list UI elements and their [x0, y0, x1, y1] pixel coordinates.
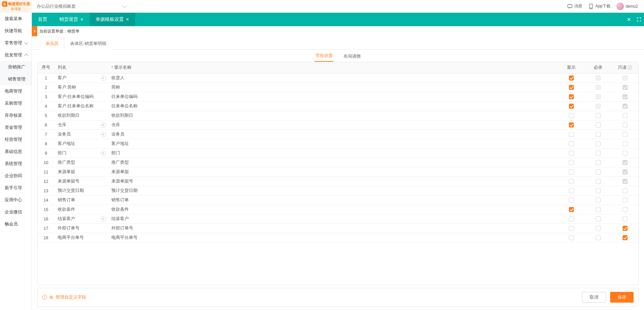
cell-display-name[interactable]: 部门 — [108, 149, 558, 158]
sidebar-item[interactable]: 搜索菜单 — [0, 13, 32, 25]
add-child-button[interactable]: + — [101, 151, 106, 156]
cell-display-name[interactable]: 来源单据号 — [108, 177, 558, 186]
cell-display-name[interactable]: 收款到期日 — [108, 111, 558, 120]
add-child-button[interactable]: + — [101, 132, 106, 137]
tab[interactable]: 单据模板设置✕ — [90, 13, 135, 26]
sidebar-item[interactable]: 资金管理 — [0, 121, 32, 134]
tab[interactable]: 销货退货✕ — [53, 13, 90, 26]
sidebar-item[interactable]: 畅会员 — [0, 218, 32, 230]
sidebar-item[interactable]: 企业微信 — [0, 206, 32, 218]
checkbox-show[interactable] — [569, 151, 574, 156]
cell-display-name[interactable]: 往来单位编码 — [108, 92, 558, 101]
sidebar-item[interactable]: 销售管理 — [0, 73, 32, 85]
checkbox-readonly[interactable] — [623, 141, 628, 146]
cell-display-name[interactable]: 收款条件 — [108, 205, 558, 214]
checkbox-show[interactable] — [569, 132, 574, 137]
checkbox-show[interactable] — [569, 188, 574, 193]
fullscreen-button[interactable] — [634, 17, 644, 22]
checkbox-readonly[interactable] — [623, 122, 628, 127]
cell-display-name[interactable]: 外部订单号 — [108, 224, 558, 233]
sidebar-item[interactable]: 应用中心 — [0, 194, 32, 206]
sidebar-item[interactable]: 经营管理 — [0, 134, 32, 146]
checkbox-show[interactable] — [569, 207, 574, 212]
sidebar-item[interactable]: 批发管理 — [0, 49, 32, 61]
checkbox-show[interactable] — [569, 75, 574, 81]
checkbox-show[interactable] — [569, 169, 574, 174]
checkbox-readonly[interactable] — [623, 226, 628, 231]
checkbox-show[interactable] — [569, 85, 574, 90]
checkbox-required[interactable] — [596, 141, 601, 146]
checkbox-readonly[interactable] — [623, 207, 628, 212]
checkbox-show[interactable] — [569, 235, 574, 240]
checkbox-show[interactable] — [569, 122, 574, 127]
checkbox-required[interactable] — [596, 151, 601, 156]
checkbox-readonly[interactable] — [623, 188, 628, 193]
sidebar-item[interactable]: 零售管理 — [0, 37, 32, 49]
config-tab[interactable]: 布局调整 — [343, 51, 362, 62]
sidebar-item[interactable]: 快捷导航 — [0, 25, 32, 37]
checkbox-readonly[interactable] — [623, 235, 628, 240]
sidebar-item[interactable]: 采购管理 — [0, 97, 32, 109]
sidebar-item[interactable]: 新手引导 — [0, 182, 32, 194]
cell-display-name[interactable]: 结算客户 — [108, 214, 558, 223]
expand-drawer-button[interactable] — [32, 26, 37, 36]
checkbox-required[interactable] — [596, 198, 601, 203]
tab[interactable]: 首页 — [32, 13, 53, 26]
checkbox-show[interactable] — [569, 160, 574, 165]
table-body[interactable]: 1客户+收货人2客户.简称简称3客户.往来单位编码往来单位编码4客户.往来单位名… — [38, 73, 638, 285]
help-icon[interactable]: ? — [628, 65, 632, 70]
sidebar-item[interactable]: 基础信息 — [0, 146, 32, 158]
checkbox-readonly[interactable] — [623, 132, 628, 137]
checkbox-required[interactable] — [596, 216, 601, 221]
checkbox-show[interactable] — [569, 226, 574, 231]
checkbox-show[interactable] — [569, 216, 574, 221]
close-all-tabs-button[interactable] — [624, 17, 634, 22]
cancel-button[interactable]: 取消 — [582, 292, 606, 303]
checkbox-required[interactable] — [596, 235, 601, 240]
cell-display-name[interactable]: 往来单位名称 — [108, 102, 558, 111]
sidebar-item[interactable]: 企业协同 — [0, 170, 32, 182]
add-child-button[interactable]: + — [101, 75, 106, 81]
cell-display-name[interactable]: 简称 — [108, 83, 558, 92]
app-download-button[interactable]: App下载 — [588, 3, 610, 9]
checkbox-required[interactable] — [596, 169, 601, 174]
checkbox-show[interactable] — [569, 141, 574, 146]
cell-display-name[interactable]: 来源单据 — [108, 167, 558, 176]
cell-display-name[interactable]: 推广类型 — [108, 158, 558, 167]
sidebar-item[interactable]: 营销推广 — [0, 61, 32, 73]
cell-display-name[interactable]: 销售订单 — [108, 196, 558, 205]
manage-custom-fields-link[interactable]: 管理自定义字段 — [56, 294, 86, 300]
add-child-button[interactable]: + — [101, 216, 106, 222]
checkbox-show[interactable] — [569, 104, 574, 109]
sidebar-item[interactable]: 库存核算 — [0, 109, 32, 121]
checkbox-show[interactable] — [569, 94, 574, 99]
checkbox-readonly[interactable] — [623, 198, 628, 203]
checkbox-required[interactable] — [596, 179, 601, 184]
cell-display-name[interactable]: 业务员 — [108, 130, 558, 139]
checkbox-required[interactable] — [596, 226, 601, 231]
sidebar-item[interactable]: 电商管理 — [0, 85, 32, 97]
close-icon[interactable]: ✕ — [126, 17, 129, 22]
checkbox-required[interactable] — [596, 113, 601, 118]
messages-button[interactable]: 消息 — [567, 3, 582, 9]
save-button[interactable]: 保存 — [610, 292, 634, 303]
checkbox-required[interactable] — [596, 132, 601, 137]
brand-logo[interactable]: b 畅捷通好生意 标准版 — [0, 0, 32, 13]
checkbox-show[interactable] — [569, 198, 574, 203]
user-menu[interactable]: demo2 — [616, 3, 638, 10]
checkbox-readonly[interactable] — [623, 151, 628, 156]
cell-display-name[interactable]: 电商平台单号 — [108, 233, 558, 242]
region-tab[interactable]: 表体区-销货单明细 — [64, 37, 112, 50]
checkbox-show[interactable] — [569, 113, 574, 118]
cell-display-name[interactable]: 收货人 — [108, 73, 558, 83]
org-selector[interactable]: 办公品行业模拟账套 — [37, 3, 126, 9]
checkbox-readonly[interactable] — [623, 113, 628, 118]
checkbox-required[interactable] — [596, 207, 601, 212]
add-child-button[interactable]: + — [101, 122, 106, 128]
checkbox-readonly[interactable] — [623, 216, 628, 221]
region-tab[interactable]: 表头区 — [40, 37, 64, 50]
close-icon[interactable]: ✕ — [80, 17, 84, 22]
sidebar-item[interactable]: 系统管理 — [0, 158, 32, 170]
config-tab[interactable]: 字段设置 — [315, 51, 333, 62]
checkbox-required[interactable] — [596, 160, 601, 165]
